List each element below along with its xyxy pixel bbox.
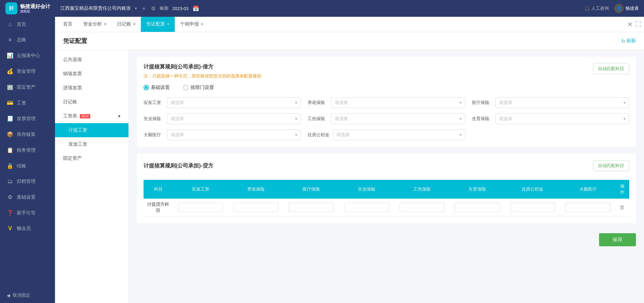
nav-purchase[interactable]: 进项发票 (55, 81, 128, 95)
sidebar-item-salary[interactable]: 💳 工资 (0, 95, 55, 111)
tab-home[interactable]: 首页 (58, 17, 78, 32)
sidebar-label-close: 结账 (17, 163, 26, 169)
label-pension: 养老保险 (308, 100, 328, 106)
input-large-medical[interactable] (565, 203, 610, 212)
sidebar-item-settings[interactable]: ⚙ 基础设置 (0, 189, 55, 205)
radio-basic-dot (145, 86, 148, 89)
period-value: 2023-03 (172, 6, 189, 11)
select-maternity[interactable]: 请选择 ▾ (495, 113, 629, 124)
nav-salary-table-label: 工资表 NEW (63, 113, 90, 119)
th-unemployment: 失业保险 (339, 180, 394, 199)
tab-voucher-close[interactable]: × (167, 22, 169, 27)
calendar-icon[interactable]: 📅 (193, 5, 199, 12)
nav-public[interactable]: 公共选项 (55, 53, 128, 67)
add-company-icon[interactable]: ＋ (141, 4, 147, 12)
nav-fixed-assets[interactable]: 固定资产 (55, 151, 128, 165)
label-housing-fund: 住房公积金 (308, 132, 329, 138)
user-info[interactable]: 👤 畅捷通 (614, 4, 639, 13)
input-apply-salary[interactable] (178, 203, 223, 212)
tab-expand-icon[interactable]: ⛶ (635, 21, 641, 28)
select-medical[interactable]: 请选择 ▾ (495, 97, 629, 108)
table-row: 计提贷方科目 (144, 199, 629, 216)
field-apply-salary: 应发工资 请选择 ▾ (144, 97, 301, 108)
sidebar-item-member[interactable]: V 畅会员 (0, 221, 55, 236)
tab-actions: ✕ ⛶ (628, 21, 641, 28)
select-medical-placeholder: 请选择 (499, 100, 512, 106)
radio-dept-label: 按部门设置 (191, 85, 214, 91)
tab-journal[interactable]: 日记账 × (112, 17, 141, 32)
nav-calc-salary[interactable]: 计提工资 (55, 123, 128, 137)
cancel-pin-button[interactable]: ◀ 取消固定 (0, 288, 55, 303)
radio-dept[interactable]: 按部门设置 (183, 85, 214, 91)
debit-auto-match-button[interactable]: 自动匹配科目 (593, 63, 629, 74)
sidebar-label-reports: 云报表中心 (17, 53, 40, 59)
delete-row-icon[interactable]: 🗑 (620, 204, 625, 210)
user-avatar: 👤 (614, 4, 624, 13)
select-housing-fund[interactable]: 请选择 ▾ (333, 130, 465, 140)
sidebar-item-close[interactable]: 🔒 结账 (0, 158, 55, 174)
chevron-down-icon: ▾ (295, 100, 297, 105)
field-injury: 工伤保险 请选择 ▾ (308, 113, 465, 124)
sidebar-item-guide[interactable]: ❓ 新手引导 (0, 205, 55, 221)
input-medical[interactable] (289, 203, 334, 212)
sidebar-item-home[interactable]: ⌂ 首页 (0, 17, 55, 32)
select-injury[interactable]: 请选择 ▾ (331, 113, 465, 124)
member-icon: V (7, 225, 13, 232)
input-maternity[interactable] (455, 203, 500, 212)
sidebar-label-inventory: 库存核算 (17, 132, 36, 138)
refresh-label: 刷新 (627, 38, 636, 44)
nav-sales[interactable]: 销项发票 (55, 67, 128, 81)
nav-journal[interactable]: 日记账 (55, 95, 128, 109)
content-wrapper: 公共选项 销项发票 进项发票 日记账 工资表 NEW (55, 50, 644, 303)
radio-group: 基础设置 按部门设置 (144, 85, 629, 91)
company-dropdown-icon[interactable]: ▾ (135, 6, 137, 11)
th-action: 操作 (615, 180, 629, 199)
nav-purchase-label: 进项发票 (63, 85, 82, 91)
input-housing[interactable] (510, 203, 555, 212)
archive-icon: 🗂 (7, 179, 13, 185)
save-button[interactable]: 保存 (599, 233, 636, 246)
select-apply-salary[interactable]: 请选择 ▾ (167, 97, 301, 108)
tab-close-icon[interactable]: ✕ (628, 21, 633, 28)
tab-tax-close[interactable]: × (201, 22, 203, 27)
salary-icon: 💳 (7, 100, 13, 106)
pin-icon: ◀ (7, 293, 10, 298)
select-pension[interactable]: 请选择 ▾ (331, 97, 465, 108)
sidebar-item-reports[interactable]: 📊 云报表中心 (0, 48, 55, 63)
nav-pay-salary[interactable]: 发放工资 (55, 137, 128, 151)
sidebar-item-archive[interactable]: 🗂 归档管理 (0, 174, 55, 189)
select-unemployment[interactable]: 请选择 ▾ (167, 113, 301, 124)
tab-capital-close[interactable]: × (104, 22, 106, 27)
sidebar-item-capital[interactable]: 💰 资金管理 (0, 63, 55, 79)
field-large-medical: 大额医疗 请选择 ▾ (144, 130, 301, 140)
cancel-pin-label: 取消固定 (13, 292, 30, 298)
logo-icon: 好 (5, 2, 17, 14)
chevron-down-icon: ▾ (460, 133, 462, 137)
sidebar-item-ledger[interactable]: ≡ 总账 (0, 32, 55, 48)
nav-salary-table[interactable]: 工资表 NEW ▾ (55, 109, 128, 123)
save-section: 保存 (137, 230, 636, 253)
input-injury[interactable] (399, 203, 444, 212)
tab-capital-analysis[interactable]: 资金分析 × (78, 17, 112, 32)
tab-tax[interactable]: 个税申报 × (175, 17, 209, 32)
credit-auto-match-button[interactable]: 自动匹配科目 (593, 160, 629, 171)
settings-icon[interactable]: ⚙ (151, 5, 156, 12)
sidebar-item-invoice[interactable]: 🧾 发票管理 (0, 111, 55, 127)
home-icon: ⌂ (7, 21, 13, 28)
service-button[interactable]: 🎧 人工咨询 (585, 5, 609, 11)
input-pension[interactable] (233, 203, 278, 212)
content-area: 首页 资金分析 × 日记账 × 凭证配置 × 个税申报 × ✕ ⛶ (55, 17, 644, 303)
radio-basic-circle (144, 85, 149, 90)
sidebar-item-assets[interactable]: 🏢 固定资产 (0, 79, 55, 95)
refresh-button[interactable]: ↻ 刷新 (621, 38, 636, 44)
tab-voucher-config[interactable]: 凭证配置 × (141, 17, 175, 32)
tab-journal-close[interactable]: × (133, 22, 136, 27)
radio-basic[interactable]: 基础设置 (144, 85, 170, 91)
sidebar-item-inventory[interactable]: 📦 库存核算 (0, 127, 55, 142)
select-housing-fund-placeholder: 请选择 (336, 132, 350, 138)
input-unemployment[interactable] (344, 203, 389, 212)
sidebar-item-tax[interactable]: 📋 税务管理 (0, 142, 55, 158)
service-label: 人工咨询 (591, 5, 609, 11)
reports-icon: 📊 (7, 52, 13, 59)
select-large-medical[interactable]: 请选择 ▾ (167, 130, 301, 140)
